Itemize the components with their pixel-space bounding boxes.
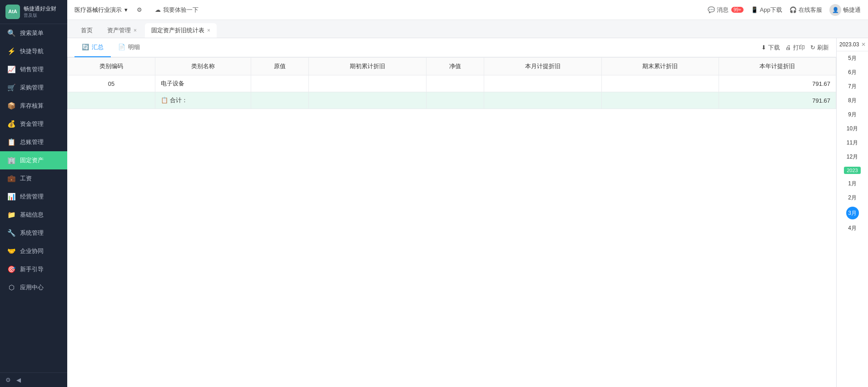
- date-month-9月[interactable]: 9月: [846, 109, 858, 121]
- date-month-row: 3月: [837, 205, 868, 221]
- subtabs: 🔄 汇总 📄 明细: [74, 38, 147, 57]
- col-current-month: 本月计提折旧: [484, 58, 601, 75]
- date-month-5月[interactable]: 5月: [846, 52, 858, 64]
- avatar: 👤: [829, 4, 841, 16]
- app-download-button[interactable]: 📱 App下载: [751, 6, 782, 14]
- date-month-row: 9月: [837, 108, 868, 122]
- tab-asset-mgmt[interactable]: 资产管理 ×: [101, 23, 143, 38]
- tab-depreciation-table[interactable]: 固定资产折旧统计表 ×: [145, 23, 217, 38]
- main-area: 医疗器械行业演示 ▾ ⚙ ☁ 我要体验一下 💬 消息 99+ 📱 App下载: [67, 0, 868, 387]
- subtab-detail[interactable]: 📄 明细: [111, 38, 147, 57]
- company-name: 医疗器械行业演示: [74, 6, 122, 14]
- message-button[interactable]: 💬 消息 99+: [708, 6, 744, 14]
- cell-code: 05: [68, 75, 155, 92]
- topbar-right: 💬 消息 99+ 📱 App下载 🎧 在线客服 👤 畅捷通: [708, 4, 861, 16]
- customer-service-button[interactable]: 🎧 在线客服: [789, 6, 822, 14]
- date-month-12月[interactable]: 12月: [845, 151, 860, 163]
- sidebar-logo: AtA 畅捷通好业财 普及版: [0, 0, 67, 24]
- sidebar-item-basic-info[interactable]: 📁基础信息: [0, 206, 67, 224]
- purchase-icon: 🛒: [7, 84, 15, 92]
- tab-depreciation-label: 固定资产折旧统计表: [151, 26, 204, 35]
- print-button[interactable]: 🖨 打印: [785, 44, 805, 52]
- inventory-icon: 📦: [7, 102, 15, 110]
- system-icon: 🔧: [7, 229, 15, 237]
- sidebar-item-payroll[interactable]: 💼工资: [0, 169, 67, 188]
- sidebar-item-operations[interactable]: 📊经营管理: [0, 188, 67, 206]
- date-month-11月[interactable]: 11月: [845, 137, 860, 149]
- summary-current-year: 791.67: [719, 92, 836, 109]
- user-profile[interactable]: 👤 畅捷通: [829, 4, 861, 16]
- sidebar: AtA 畅捷通好业财 普及版 🔍搜索菜单⚡快捷导航📈销售管理🛒采购管理📦库存核算…: [0, 0, 67, 387]
- cell-beginning: [309, 75, 426, 92]
- experience-button[interactable]: ☁ 我要体验一下: [151, 4, 202, 16]
- sidebar-item-search[interactable]: 🔍搜索菜单: [0, 24, 67, 42]
- tab-depreciation-close[interactable]: ×: [207, 27, 210, 34]
- sidebar-item-label: 固定资产: [20, 156, 44, 164]
- date-month-8月[interactable]: 8月: [846, 94, 858, 107]
- tabbar: 首页 资产管理 × 固定资产折旧统计表 ×: [67, 20, 868, 38]
- settings-icon[interactable]: ⚙: [5, 377, 11, 383]
- finance-icon: 💰: [7, 120, 15, 128]
- sidebar-item-enterprise[interactable]: 🤝企业协同: [0, 242, 67, 260]
- cell-name: 电子设备: [155, 75, 251, 92]
- subtab-summary[interactable]: 🔄 汇总: [74, 38, 111, 57]
- sidebar-item-sales[interactable]: 📈销售管理: [0, 60, 67, 79]
- date-month-6月[interactable]: 6月: [846, 66, 858, 79]
- date-month-3月[interactable]: 3月: [846, 207, 859, 219]
- customer-service-icon: 🎧: [789, 6, 797, 13]
- user-name: 畅捷通: [843, 6, 861, 14]
- date-close-button[interactable]: ✕: [859, 40, 868, 49]
- experience-label: 我要体验一下: [163, 6, 198, 14]
- date-year-2023: 2023: [837, 164, 868, 177]
- sidebar-item-system[interactable]: 🔧系统管理: [0, 224, 67, 242]
- summary-current-month: [484, 92, 601, 109]
- cell-current-year: 791.67: [719, 75, 836, 92]
- sales-icon: 📈: [7, 65, 15, 74]
- summary-label: 汇总: [92, 43, 104, 51]
- message-label: 消息: [717, 6, 729, 14]
- settings-button[interactable]: ⚙: [133, 5, 146, 15]
- date-month-7月[interactable]: 7月: [846, 80, 858, 93]
- download-button[interactable]: ⬇ 下载: [761, 44, 780, 52]
- sidebar-item-label: 新手引导: [20, 265, 44, 273]
- sidebar-item-quick-nav[interactable]: ⚡快捷导航: [0, 42, 67, 60]
- date-month-row: 2月: [837, 191, 868, 205]
- collapse-icon[interactable]: ◀: [16, 377, 21, 383]
- date-month-row: 7月: [837, 79, 868, 94]
- tab-home[interactable]: 首页: [74, 23, 99, 38]
- topbar-left: 医疗器械行业演示 ▾ ⚙ ☁ 我要体验一下: [74, 4, 202, 16]
- app-download-label: App下载: [760, 6, 782, 14]
- summary-code: [68, 92, 155, 109]
- col-beginning: 期初累计折旧: [309, 58, 426, 75]
- cell-ending: [601, 75, 719, 92]
- date-current: 2023.03: [839, 41, 859, 48]
- date-sidebar-scroll: 5月6月7月8月9月10月11月12月 2023 1月2月3月4月: [837, 51, 868, 387]
- sidebar-item-label: 企业协同: [20, 247, 44, 255]
- date-month-row: 12月: [837, 150, 868, 164]
- sidebar-item-guide[interactable]: 🎯新手引导: [0, 260, 67, 278]
- refresh-button[interactable]: ↻ 刷新: [810, 44, 829, 52]
- experience-icon: ☁: [155, 6, 161, 13]
- sidebar-item-label: 快捷导航: [20, 47, 44, 55]
- download-label: 下载: [768, 44, 780, 52]
- sidebar-item-fixed-assets[interactable]: 🏢固定资产: [0, 151, 67, 169]
- date-month-10月[interactable]: 10月: [845, 123, 860, 135]
- sidebar-item-finance[interactable]: 💰资金管理: [0, 115, 67, 133]
- table-row: 05 电子设备 791.67: [68, 75, 836, 92]
- sidebar-item-apps[interactable]: ⬡应用中心: [0, 278, 67, 297]
- sidebar-item-ledger[interactable]: 📋总账管理: [0, 133, 67, 151]
- print-icon: 🖨: [785, 44, 791, 51]
- basic-info-icon: 📁: [7, 211, 15, 219]
- date-month-4月[interactable]: 4月: [846, 222, 858, 234]
- tab-asset-mgmt-close[interactable]: ×: [134, 27, 137, 34]
- sidebar-item-purchase[interactable]: 🛒采购管理: [0, 79, 67, 97]
- sidebar-item-inventory[interactable]: 📦库存核算: [0, 97, 67, 115]
- col-name: 类别名称: [155, 58, 251, 75]
- date-month-1月[interactable]: 1月: [846, 178, 858, 190]
- company-selector[interactable]: 医疗器械行业演示 ▾: [74, 6, 128, 14]
- year-2023-label: 2023: [844, 167, 860, 174]
- operations-icon: 📊: [7, 193, 15, 201]
- date-group-2022: 5月6月7月8月9月10月11月12月: [837, 51, 868, 164]
- date-month-row: 11月: [837, 136, 868, 150]
- date-month-2月[interactable]: 2月: [846, 192, 858, 204]
